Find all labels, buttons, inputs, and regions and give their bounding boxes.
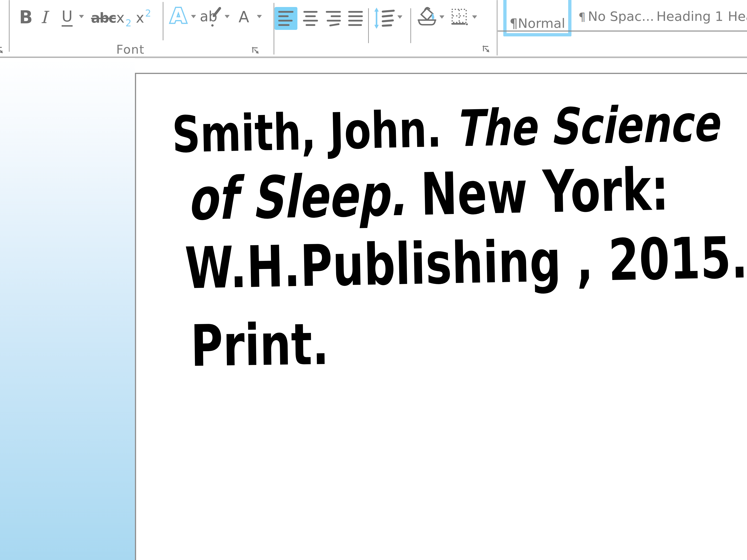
justify-button[interactable] (344, 7, 366, 30)
borders-dropdown-icon[interactable] (472, 16, 477, 19)
paint-bucket-icon (416, 5, 438, 28)
citation-title-part1: The Science (455, 94, 719, 158)
styles-gallery-underline (498, 31, 747, 31)
document-page[interactable]: Smith, John. The Science of Sleep. New Y… (135, 73, 747, 560)
font-group-divider (163, 2, 163, 41)
line-spacing-dropdown-icon[interactable] (397, 16, 403, 19)
text-effects-dropdown-icon[interactable] (191, 15, 196, 18)
citation-author: Smith, John. (172, 100, 456, 164)
pilcrow-icon: ¶ (510, 16, 518, 31)
align-center-button[interactable] (299, 7, 322, 30)
citation-line-3[interactable]: W.H.Publishing , 2015. (184, 229, 747, 297)
italic-button[interactable]: I (41, 9, 47, 26)
font-paragraph-divider (274, 3, 274, 55)
subscript-x: x (116, 9, 125, 26)
svg-text:A: A (171, 4, 186, 28)
citation-title-part2: of Sleep. (187, 161, 406, 233)
bottom-border-icon (450, 8, 469, 27)
highlight-dropdown-icon[interactable] (225, 15, 230, 18)
group-divider (9, 0, 9, 52)
style-no-spacing[interactable]: ¶No Spac... (578, 10, 654, 23)
text-effects-button[interactable]: A (166, 3, 190, 28)
line-spacing-button[interactable] (372, 6, 397, 30)
paragraph-dialog-launcher[interactable] (482, 45, 491, 54)
style-heading1[interactable]: Heading 1 (656, 10, 723, 23)
citation-city: New York: (405, 155, 669, 229)
subscript-button[interactable]: x2 (116, 11, 130, 25)
line-spacing-icon (372, 6, 397, 30)
align-right-button[interactable] (322, 7, 344, 30)
borders-button[interactable] (449, 6, 470, 28)
style-heading1-label: Heading 1 (656, 9, 723, 24)
clipboard-dialog-launcher[interactable] (0, 46, 5, 55)
paragraph-divider-1 (368, 8, 369, 43)
align-right-icon (325, 9, 341, 27)
superscript-2: 2 (145, 8, 151, 19)
style-heading2[interactable]: Hea (728, 10, 747, 23)
shading-dropdown-icon[interactable] (439, 16, 444, 19)
citation-line-4[interactable]: Print. (190, 316, 329, 375)
paragraph-styles-divider (497, 0, 497, 56)
workspace-background-gradient (0, 58, 135, 560)
font-color-dropdown-icon[interactable] (257, 15, 262, 18)
justify-icon (347, 9, 363, 27)
font-dialog-launcher[interactable] (251, 46, 260, 56)
style-normal-label: Normal (518, 16, 565, 31)
bold-button[interactable]: B (19, 8, 33, 26)
pilcrow-icon: ¶ (578, 10, 586, 23)
font-color-button[interactable]: A (238, 9, 249, 25)
subscript-2: 2 (126, 18, 131, 28)
citation-medium: Print. (190, 311, 329, 379)
style-heading2-label: Hea (728, 9, 747, 24)
align-center-icon (303, 9, 318, 27)
text-highlight-button[interactable]: ab (200, 9, 217, 23)
superscript-button[interactable]: x2 (136, 11, 150, 25)
font-group-label: Font (116, 43, 145, 56)
word-processor-window: B I U abc x2 x2 A ab A Font (0, 0, 747, 560)
citation-publisher-year: W.H.Publishing , 2015. (184, 224, 747, 302)
shading-button[interactable] (416, 5, 438, 29)
citation-line-1[interactable]: Smith, John. The Science (172, 98, 719, 160)
strikethrough-button[interactable]: abc (91, 11, 116, 25)
style-no-spacing-label: No Spac... (588, 9, 654, 24)
underline-button[interactable]: U (61, 9, 73, 27)
align-left-button[interactable] (275, 7, 298, 30)
highlighter-dot-icon (211, 24, 213, 27)
ribbon-bottom-border (0, 57, 747, 58)
paragraph-divider-2 (410, 8, 411, 43)
citation-line-2[interactable]: of Sleep. New York: (187, 160, 669, 229)
underline-dropdown-icon[interactable] (79, 15, 84, 18)
superscript-x: x (136, 9, 144, 26)
ribbon-toolbar: B I U abc x2 x2 A ab A Font (0, 0, 747, 58)
align-left-icon (278, 9, 294, 27)
